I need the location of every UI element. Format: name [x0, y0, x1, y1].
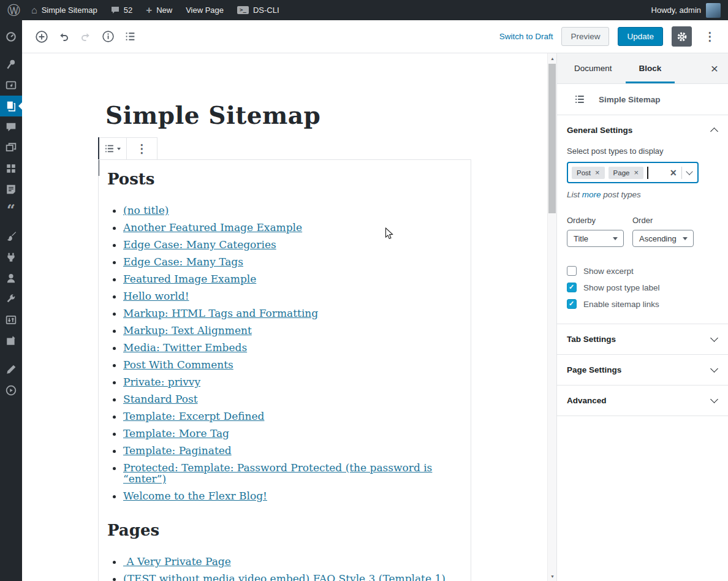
- post-title-input[interactable]: Simple Sitemap: [105, 101, 320, 129]
- block-options-button[interactable]: ⋮: [127, 138, 157, 159]
- preview-button[interactable]: Preview: [561, 27, 609, 46]
- undo-button[interactable]: [53, 26, 75, 48]
- close-sidebar-icon[interactable]: ×: [701, 61, 728, 76]
- checkbox-row[interactable]: Show post type label: [567, 283, 718, 292]
- canvas-scrollbar[interactable]: ▲ ▼: [547, 53, 556, 581]
- sitemap-list-item: Markup: HTML Tags and Formatting: [123, 308, 462, 319]
- menu-pages-active[interactable]: [0, 96, 22, 116]
- checkbox-row[interactable]: Show excerpt: [567, 266, 718, 276]
- sitemap-link[interactable]: A Very Private Page: [123, 555, 231, 568]
- menu-testimonials[interactable]: “: [0, 200, 22, 221]
- scrollbar-thumb[interactable]: [548, 64, 556, 213]
- menu-posts[interactable]: [0, 54, 22, 75]
- orderby-select[interactable]: Title: [567, 230, 624, 247]
- redo-button[interactable]: [75, 26, 97, 48]
- menu-comments[interactable]: [0, 116, 22, 137]
- token-list: Post× Page×: [572, 167, 647, 179]
- remove-token-icon[interactable]: ×: [595, 170, 600, 176]
- avatar[interactable]: [706, 3, 721, 18]
- wordpress-logo-icon[interactable]: Ⓦ: [7, 2, 20, 19]
- terminal-icon: >_: [237, 6, 249, 14]
- sitemap-link[interactable]: Another Featured Image Example: [123, 221, 302, 234]
- sitemap-link[interactable]: Edge Case: Many Tags: [123, 256, 243, 268]
- sitemap-link[interactable]: Template: Paginated: [123, 444, 232, 457]
- expand-options-icon[interactable]: [686, 168, 692, 175]
- new-menu[interactable]: + New: [146, 4, 172, 17]
- menu-appearance[interactable]: [0, 226, 22, 247]
- order-label: Order: [632, 216, 694, 225]
- sitemap-link[interactable]: Featured Image Example: [123, 273, 256, 285]
- sitemap-link[interactable]: (TEST without media video embed) FAQ Sty…: [123, 572, 446, 581]
- block-type-button[interactable]: [99, 138, 127, 159]
- tab-document[interactable]: Document: [561, 53, 626, 83]
- sitemap-block-icon: [574, 94, 585, 105]
- menu-projects[interactable]: [0, 330, 22, 351]
- scroll-down-arrow[interactable]: ▼: [548, 571, 557, 581]
- checkbox-group: Show excerpt Show post type label Enable…: [567, 266, 718, 309]
- clear-tokens-icon[interactable]: ×: [670, 169, 677, 177]
- posts-heading: Posts: [107, 170, 462, 188]
- content-structure-button[interactable]: [97, 26, 119, 48]
- field-divider: [681, 167, 682, 179]
- menu-settings[interactable]: [0, 309, 22, 330]
- checkbox[interactable]: [567, 283, 577, 292]
- sitemap-link[interactable]: Markup: HTML Tags and Formatting: [123, 307, 318, 319]
- mouse-cursor: [384, 227, 394, 240]
- checkbox[interactable]: [567, 299, 577, 309]
- settings-panel-toggle[interactable]: Tab Settings: [557, 324, 728, 354]
- sitemap-link[interactable]: Private: privvy: [123, 376, 200, 388]
- sitemap-link[interactable]: Edge Case: Many Categories: [123, 238, 276, 251]
- view-page-link[interactable]: View Page: [186, 6, 224, 15]
- sitemap-list-item: (TEST without media video embed) FAQ Sty…: [123, 573, 462, 581]
- checkbox-row[interactable]: Enable sitemap links: [567, 299, 718, 309]
- more-tools-button[interactable]: ⋮: [700, 29, 719, 44]
- sitemap-link[interactable]: Template: Excerpt Defined: [123, 410, 264, 422]
- remove-token-icon[interactable]: ×: [634, 170, 639, 176]
- post-types-token-field[interactable]: Post× Page× ×: [567, 162, 699, 183]
- site-menu[interactable]: ⌂ Simple Sitemap: [31, 5, 97, 16]
- menu-users[interactable]: [0, 268, 22, 289]
- settings-panel-toggle[interactable]: Page Settings: [557, 355, 728, 385]
- editor-canvas: Simple Sitemap ⋮ Posts (no title) Anothe…: [22, 53, 547, 581]
- editor-toolbar: Switch to Draft Preview Update ⋮: [22, 20, 728, 53]
- menu-tools[interactable]: [0, 289, 22, 309]
- checkbox[interactable]: [567, 266, 577, 276]
- menu-videos[interactable]: [0, 380, 22, 401]
- sitemap-link[interactable]: Welcome to the Flexr Blog!: [123, 490, 267, 502]
- order-select[interactable]: Ascending: [632, 230, 694, 247]
- switch-to-draft-link[interactable]: Switch to Draft: [499, 32, 553, 41]
- block-inserter-button[interactable]: [31, 26, 53, 48]
- ds-cli-menu[interactable]: >_ DS-CLI: [237, 6, 279, 15]
- sitemap-list-item: (no title): [123, 205, 462, 216]
- simple-sitemap-block[interactable]: Posts (no title) Another Featured Image …: [98, 159, 471, 581]
- sitemap-link[interactable]: Media: Twitter Embeds: [123, 341, 247, 354]
- block-navigation-button[interactable]: [119, 26, 141, 48]
- howdy-menu[interactable]: Howdy, admin: [651, 6, 701, 15]
- sitemap-list-item: Edge Case: Many Categories: [123, 239, 462, 250]
- menu-plugins[interactable]: [0, 247, 22, 268]
- tab-block[interactable]: Block: [626, 53, 675, 83]
- sitemap-link[interactable]: (no title): [123, 204, 169, 216]
- sitemap-link[interactable]: Standard Post: [123, 393, 198, 405]
- update-button[interactable]: Update: [618, 27, 663, 46]
- menu-dashboard[interactable]: [0, 26, 22, 47]
- admin-menu: “: [0, 20, 22, 581]
- settings-panel-toggle[interactable]: Advanced: [557, 385, 728, 416]
- general-settings-toggle[interactable]: General Settings: [557, 115, 728, 145]
- menu-forms[interactable]: [0, 179, 22, 200]
- menu-widgets-grid[interactable]: [0, 158, 22, 179]
- menu-gallery[interactable]: [0, 137, 22, 158]
- wordpress-editor-window: Ⓦ ⌂ Simple Sitemap 52 + New View Page >_…: [0, 0, 728, 581]
- sitemap-link[interactable]: Template: More Tag: [123, 427, 229, 439]
- scroll-up-arrow[interactable]: ▲: [548, 53, 557, 63]
- post-types-hint: List more post types: [567, 190, 718, 199]
- settings-gear-button[interactable]: [672, 26, 692, 47]
- menu-drafts[interactable]: [0, 359, 22, 380]
- sitemap-link[interactable]: Protected: Template: Password Protected …: [123, 461, 432, 485]
- admin-comments[interactable]: 52: [111, 6, 132, 15]
- sitemap-link[interactable]: Hello world!: [123, 290, 189, 302]
- sitemap-link[interactable]: Markup: Text Alignment: [123, 324, 252, 336]
- sitemap-link[interactable]: Post With Comments: [123, 359, 233, 371]
- more-post-types-link[interactable]: more: [582, 190, 601, 199]
- menu-media[interactable]: [0, 75, 22, 96]
